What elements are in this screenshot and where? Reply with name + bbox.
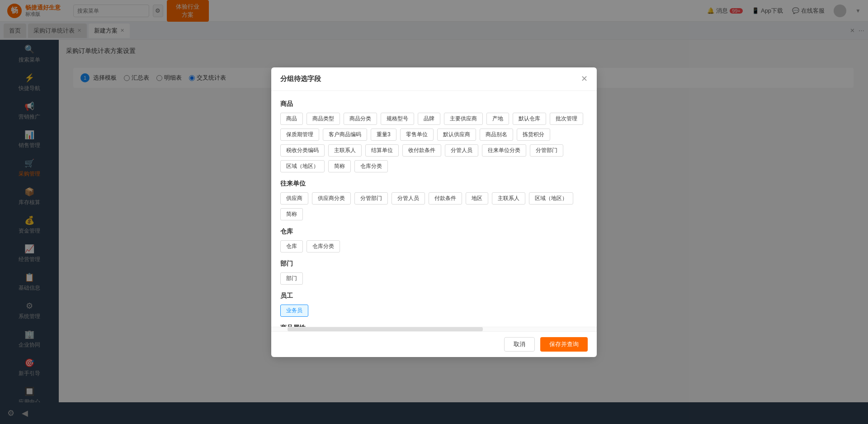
- product-fields-group: 商品 商品类型 商品分类 规格型号 品牌 主要供应商 产地 默认仓库 批次管理 …: [280, 113, 588, 172]
- field-select-modal: 分组待选字段 ✕ 商品 商品 商品类型 商品分类 规格型号 品牌 主要供应商 产…: [271, 67, 597, 357]
- field-tag-spec-model[interactable]: 规格型号: [381, 113, 414, 125]
- section-product: 商品 商品 商品类型 商品分类 规格型号 品牌 主要供应商 产地 默认仓库 批次…: [280, 100, 588, 172]
- save-query-button[interactable]: 保存并查询: [540, 337, 588, 352]
- section-warehouse-title: 仓库: [280, 228, 588, 236]
- partner-fields-group: 供应商 供应商分类 分管部门 分管人员 付款条件 地区 主联系人 区域（地区） …: [280, 192, 588, 220]
- section-warehouse: 仓库 仓库 仓库分类: [280, 228, 588, 252]
- field-tag-supplier[interactable]: 供应商: [280, 192, 308, 205]
- modal-footer: 取消 保存并查询: [271, 331, 597, 357]
- field-tag-payment-terms[interactable]: 收付款条件: [402, 144, 441, 157]
- field-tag-warehouse-category[interactable]: 仓库分类: [354, 160, 388, 172]
- field-tag-short-name[interactable]: 简称: [328, 160, 351, 172]
- warehouse-fields-group: 仓库 仓库分类: [280, 240, 588, 252]
- modal-header: 分组待选字段 ✕: [271, 67, 597, 91]
- field-tag-warehouse[interactable]: 仓库: [280, 240, 303, 252]
- field-tag-batch-mgmt[interactable]: 批次管理: [550, 113, 583, 125]
- modal-hscroll-thumb[interactable]: [288, 327, 483, 331]
- field-tag-customer-code[interactable]: 客户商品编码: [323, 129, 367, 141]
- field-tag-origin[interactable]: 产地: [486, 113, 509, 125]
- field-tag-supplier-category[interactable]: 供应商分类: [312, 192, 351, 205]
- section-department-title: 部门: [280, 260, 588, 268]
- field-tag-default-warehouse[interactable]: 默认仓库: [513, 113, 546, 125]
- field-tag-product-type[interactable]: 商品类型: [307, 113, 340, 125]
- modal-horizontal-scrollbar[interactable]: [271, 327, 597, 331]
- field-tag-pick-points[interactable]: 拣货积分: [517, 129, 550, 141]
- field-tag-partner-short-name[interactable]: 简称: [280, 208, 303, 220]
- field-tag-brand[interactable]: 品牌: [418, 113, 440, 125]
- field-tag-tax-code[interactable]: 税收分类编码: [280, 144, 325, 157]
- department-fields-group: 部门: [280, 272, 588, 285]
- section-department: 部门 部门: [280, 260, 588, 285]
- modal-overlay: 分组待选字段 ✕ 商品 商品 商品类型 商品分类 规格型号 品牌 主要供应商 产…: [0, 0, 868, 424]
- section-partner: 往来单位 供应商 供应商分类 分管部门 分管人员 付款条件 地区 主联系人 区域…: [280, 180, 588, 220]
- field-tag-region[interactable]: 区域（地区）: [280, 160, 325, 172]
- field-tag-settlement-unit[interactable]: 结算单位: [365, 144, 399, 157]
- section-employee-title: 员工: [280, 292, 588, 300]
- field-tag-department[interactable]: 部门: [280, 272, 303, 285]
- modal-title: 分组待选字段: [280, 75, 321, 83]
- field-tag-payment-condition[interactable]: 付款条件: [429, 192, 462, 205]
- modal-close-icon[interactable]: ✕: [581, 75, 588, 83]
- field-tag-area[interactable]: 地区: [466, 192, 488, 205]
- field-tag-partner-dept[interactable]: 分管部门: [354, 192, 388, 205]
- section-partner-title: 往来单位: [280, 180, 588, 188]
- section-employee: 员工 业务员: [280, 292, 588, 317]
- field-tag-product[interactable]: 商品: [280, 113, 303, 125]
- field-tag-expiry-mgmt[interactable]: 保质期管理: [280, 129, 319, 141]
- field-tag-salesperson[interactable]: 业务员: [280, 305, 308, 317]
- field-tag-product-category[interactable]: 商品分类: [344, 113, 377, 125]
- section-product-title: 商品: [280, 100, 588, 108]
- modal-body: 商品 商品 商品类型 商品分类 规格型号 品牌 主要供应商 产地 默认仓库 批次…: [271, 91, 597, 327]
- field-tag-partner-region[interactable]: 区域（地区）: [529, 192, 573, 205]
- field-tag-partner-supervisor[interactable]: 分管人员: [392, 192, 425, 205]
- field-tag-product-alias[interactable]: 商品别名: [480, 129, 513, 141]
- employee-fields-group: 业务员: [280, 305, 588, 317]
- field-tag-partner-main-contact[interactable]: 主联系人: [492, 192, 525, 205]
- field-tag-weight[interactable]: 重量3: [371, 129, 396, 141]
- field-tag-dept[interactable]: 分管部门: [530, 144, 563, 157]
- cancel-button[interactable]: 取消: [504, 337, 535, 352]
- field-tag-main-contact[interactable]: 主联系人: [328, 144, 362, 157]
- field-tag-partner-category[interactable]: 往来单位分类: [482, 144, 526, 157]
- field-tag-warehouse-cat[interactable]: 仓库分类: [307, 240, 340, 252]
- field-tag-supervisor[interactable]: 分管人员: [445, 144, 478, 157]
- field-tag-default-supplier[interactable]: 默认供应商: [437, 129, 476, 141]
- field-tag-main-supplier[interactable]: 主要供应商: [444, 113, 483, 125]
- field-tag-retail-unit[interactable]: 零售单位: [400, 129, 434, 141]
